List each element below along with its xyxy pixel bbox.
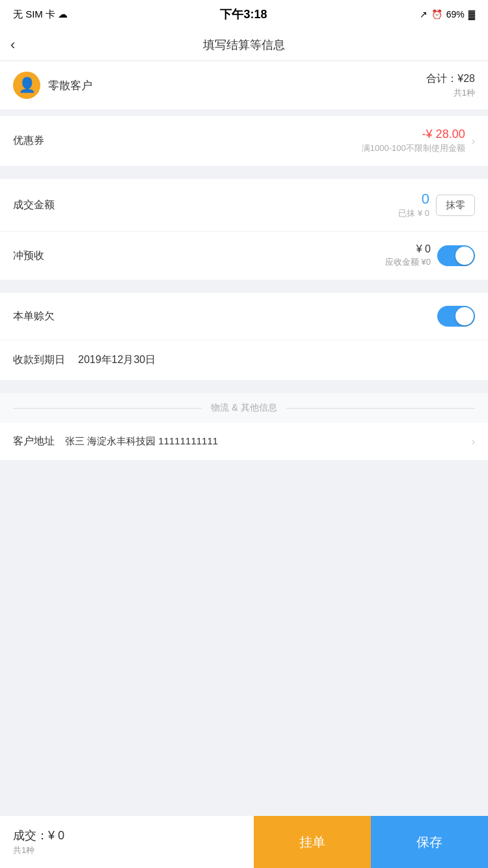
customer-avatar: 👤 [13, 72, 40, 99]
deal-amount-input[interactable] [390, 191, 429, 208]
logistics-line-right [286, 408, 475, 409]
alarm-icon: ⏰ [431, 9, 442, 20]
debit-label: 本单赊欠 [13, 310, 55, 323]
address-row[interactable]: 客户地址 张三 海淀永丰科技园 11111111111 › [0, 423, 488, 460]
content-area: 👤 零散客户 合计：¥28 共1种 优惠券 -¥ 28.00 满1000-100… [0, 61, 488, 649]
status-time: 下午3:18 [220, 7, 267, 22]
bottom-info: 成交：¥ 0 共1种 [0, 828, 254, 856]
due-date-value: 2019年12月30日 [78, 353, 156, 367]
coupon-hint: 满1000-100不限制使用金额 [362, 142, 465, 154]
bottom-deal-amount: 成交：¥ 0 [13, 828, 241, 843]
coupon-label: 优惠券 [13, 134, 44, 148]
prepay-value-block: ¥ 0 应收金额 ¥0 [385, 243, 431, 268]
prepay-value-sub: 应收金额 ¥0 [385, 256, 431, 268]
bottom-deal-label: 成交： [13, 829, 48, 842]
back-button[interactable]: ‹ [10, 36, 15, 53]
address-value: 张三 海淀永丰科技园 11111111111 [65, 435, 472, 448]
page-title: 填写结算等信息 [203, 37, 285, 53]
hang-order-button[interactable]: 挂单 [254, 816, 371, 868]
nav-bar: ‹ 填写结算等信息 [0, 29, 488, 61]
debit-toggle-knob [455, 307, 474, 325]
address-label: 客户地址 [13, 435, 55, 448]
deal-amount-label: 成交金额 [13, 198, 55, 212]
coupon-section[interactable]: 优惠券 -¥ 28.00 满1000-100不限制使用金额 › [0, 116, 488, 166]
status-right: ↗ ⏰ 69% ▓ [420, 9, 475, 20]
customer-total-block: 合计：¥28 共1种 [426, 72, 475, 99]
coupon-chevron-icon: › [472, 135, 475, 147]
address-chevron-icon: › [472, 436, 475, 448]
coupon-row[interactable]: 优惠券 -¥ 28.00 满1000-100不限制使用金额 › [0, 116, 488, 166]
due-date-label: 收款到期日 [13, 353, 65, 367]
debit-toggle[interactable] [437, 306, 475, 327]
status-bar: 无 SIM 卡 ☁ 下午3:18 ↗ ⏰ 69% ▓ [0, 0, 488, 29]
sim-status: 无 SIM 卡 ☁ [13, 8, 68, 21]
battery-level: 69% [446, 9, 465, 20]
debit-section: 本单赊欠 收款到期日 2019年12月30日 [0, 293, 488, 380]
user-icon: 👤 [18, 77, 36, 94]
deal-amount-right: 已抹 ¥ 0 抹零 [390, 191, 475, 219]
save-button[interactable]: 保存 [371, 816, 488, 868]
prepay-right: ¥ 0 应收金额 ¥0 [385, 243, 475, 268]
logistics-section-label: 物流 & 其他信息 [211, 402, 277, 414]
coupon-discount: -¥ 28.00 [362, 128, 465, 141]
coupon-value-block: -¥ 28.00 满1000-100不限制使用金额 [362, 128, 465, 154]
address-section[interactable]: 客户地址 张三 海淀永丰科技园 11111111111 › [0, 423, 488, 460]
debit-row: 本单赊欠 [0, 293, 488, 340]
prepay-toggle[interactable] [437, 245, 475, 266]
customer-count: 共1种 [426, 87, 475, 99]
location-icon: ↗ [420, 9, 427, 20]
prepay-value-main: ¥ 0 [385, 243, 431, 255]
toggle-knob [455, 247, 474, 265]
divider-3 [0, 387, 488, 393]
bottom-bar: 成交：¥ 0 共1种 挂单 保存 [0, 816, 488, 868]
divider-2 [0, 286, 488, 293]
prepay-row: 冲预收 ¥ 0 应收金额 ¥0 [0, 232, 488, 280]
customer-info: 👤 零散客户 [13, 72, 92, 99]
empty-area [0, 467, 488, 597]
deal-amount-sub: 已抹 ¥ 0 [390, 208, 429, 219]
coupon-right: -¥ 28.00 满1000-100不限制使用金额 › [362, 128, 475, 154]
bottom-deal-value: ¥ 0 [48, 829, 64, 842]
deal-amount-row: 成交金额 已抹 ¥ 0 抹零 [0, 179, 488, 232]
customer-row: 👤 零散客户 合计：¥28 共1种 [0, 61, 488, 109]
bottom-count: 共1种 [13, 845, 241, 856]
customer-total: 合计：¥28 [426, 72, 475, 86]
logistics-line-left [13, 408, 202, 409]
battery-icon: ▓ [468, 9, 475, 20]
divider-1 [0, 172, 488, 179]
status-left: 无 SIM 卡 ☁ [13, 8, 68, 21]
round-zero-button[interactable]: 抹零 [436, 195, 475, 216]
amount-section: 成交金额 已抹 ¥ 0 抹零 冲预收 ¥ 0 应收金额 ¥0 [0, 179, 488, 280]
logistics-header: 物流 & 其他信息 [0, 393, 488, 423]
due-date-row: 收款到期日 2019年12月30日 [0, 340, 488, 380]
prepay-label: 冲预收 [13, 249, 44, 263]
customer-name: 零散客户 [48, 78, 92, 93]
deal-amount-value-block: 已抹 ¥ 0 [390, 191, 429, 219]
